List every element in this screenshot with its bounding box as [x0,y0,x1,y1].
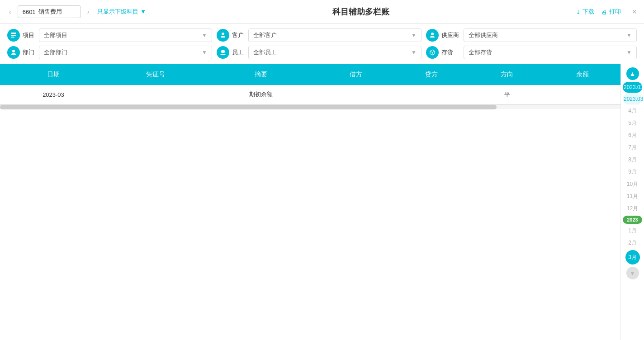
employee-select-value: 全部员工 [253,48,277,57]
main-container: ‹ 6601 销售费用 › 只显示下级科目 ▼ 科目辅助多栏账 ⤓ 下载 🖨 打… [0,0,644,340]
table-header-row: 日期 凭证号 摘要 借方 贷方 方向 余额 [0,64,620,85]
top-bar: ‹ 6601 销售费用 › 只显示下级科目 ▼ 科目辅助多栏账 ⤓ 下载 🖨 打… [0,0,644,24]
page-title: 科目辅助多栏账 [151,6,571,17]
timeline-item-2023-03-second[interactable]: 2023.03 [623,94,642,104]
download-label: 下载 [582,8,594,16]
timeline-item-dec[interactable]: 12月 [621,203,644,215]
timeline-item-jun[interactable]: 6月 [621,129,644,142]
col-credit: 贷方 [393,64,469,85]
project-label-text: 项目 [23,31,34,39]
timeline-item-feb[interactable]: 2月 [621,237,644,249]
svg-point-3 [431,33,434,35]
customer-icon [217,29,229,42]
customer-select-value: 全部客户 [253,31,277,39]
svg-rect-0 [11,33,16,34]
svg-rect-5 [221,50,225,53]
department-icon [7,46,20,59]
account-code-box: 6601 销售费用 [18,5,81,18]
svg-rect-1 [11,35,16,36]
col-direction: 方向 [469,64,545,85]
filter-department-label: 部门 [7,46,34,59]
supplier-icon [426,29,439,42]
table-content: 日期 凭证号 摘要 借方 贷方 方向 余额 2023-03期初余额平 [0,64,620,340]
department-label-text: 部门 [23,48,34,57]
supplier-select-value: 全部供应商 [469,31,498,39]
employee-icon [217,46,229,59]
download-icon: ⤓ [576,9,581,15]
timeline-up-btn[interactable]: ▲ [626,67,639,80]
filter-employee-label: 员工 [217,46,244,59]
timeline-down-btn[interactable]: ▼ [626,267,639,279]
scrollbar-thumb[interactable] [0,105,497,109]
next-account-btn[interactable]: › [85,7,91,16]
svg-point-4 [12,50,15,52]
filter-customer-label: 客户 [217,29,244,42]
col-voucher: 凭证号 [107,64,204,85]
print-button[interactable]: 🖨 打印 [601,8,621,16]
customer-label-text: 客户 [232,31,244,39]
department-arrow-icon: ▼ [202,49,207,56]
supplier-arrow-icon: ▼ [626,32,632,38]
print-label: 打印 [609,8,621,16]
timeline-item-aug[interactable]: 8月 [621,154,644,166]
inventory-arrow-icon: ▼ [626,49,632,56]
show-sub-arrow: ▼ [140,8,146,15]
department-select-value: 全部部门 [44,48,67,57]
filter-supplier-label: 供应商 [426,29,459,42]
timeline-year-2023[interactable]: 2023 [623,216,642,224]
account-code: 6601 [23,9,36,15]
col-debit: 借方 [318,64,393,85]
timeline-item-sep[interactable]: 9月 [621,166,644,178]
show-sub-button[interactable]: 只显示下级科目 ▼ [97,8,146,16]
download-button[interactable]: ⤓ 下载 [576,8,594,16]
filter-project-label: 项目 [7,29,34,42]
table-wrapper: 日期 凭证号 摘要 借方 贷方 方向 余额 2023-03期初余额平 [0,64,644,340]
inventory-label-text: 存货 [441,48,453,57]
timeline-item-jul[interactable]: 7月 [621,142,644,154]
employee-select[interactable]: 全部员工 ▼ [248,46,421,59]
prev-account-btn[interactable]: ‹ [7,7,13,16]
table-row: 2023-03期初余额平 [0,85,620,104]
header-actions: ⤓ 下载 🖨 打印 × [576,7,637,17]
project-select-value: 全部项目 [44,31,67,39]
supplier-label-text: 供应商 [441,31,459,39]
col-date: 日期 [0,64,107,85]
inventory-select-value: 全部存货 [469,48,492,57]
inventory-icon [426,46,439,59]
department-select[interactable]: 全部部门 ▼ [39,46,212,59]
timeline-item-oct[interactable]: 10月 [621,178,644,190]
supplier-select[interactable]: 全部供应商 ▼ [464,28,637,42]
print-icon: 🖨 [601,9,607,15]
svg-rect-2 [11,37,14,38]
timeline-item-apr[interactable]: 4月 [621,105,644,117]
timeline-item-may[interactable]: 5月 [621,117,644,129]
timeline-item-mar-active[interactable]: 3月 [625,250,640,264]
horizontal-scrollbar[interactable] [0,104,620,109]
timeline-item-nov[interactable]: 11月 [621,190,644,203]
timeline-item-2023-03-first[interactable]: 2023.03 [623,82,642,93]
inventory-select[interactable]: 全部存货 ▼ [464,46,637,59]
timeline-sidebar: ▲ 2023.03 2023.03 4月 5月 6月 7月 8月 9月 10月 … [620,64,644,340]
show-sub-label: 只显示下级科目 [97,8,138,16]
employee-arrow-icon: ▼ [411,49,417,56]
filter-bar: 项目 全部项目 ▼ 客户 全部客户 ▼ 供应商 全部供应商 ▼ [0,24,644,64]
ledger-table: 日期 凭证号 摘要 借方 贷方 方向 余额 2023-03期初余额平 [0,64,620,104]
col-summary: 摘要 [204,64,318,85]
col-balance: 余额 [545,64,620,85]
filter-inventory-label: 存货 [426,46,459,59]
timeline-item-jan[interactable]: 1月 [621,225,644,237]
account-name: 销售费用 [38,8,62,16]
customer-arrow-icon: ▼ [411,32,417,38]
customer-select[interactable]: 全部客户 ▼ [248,28,421,42]
close-button[interactable]: × [632,7,637,17]
project-icon [7,29,20,42]
project-arrow-icon: ▼ [202,32,207,38]
project-select[interactable]: 全部项目 ▼ [39,28,212,42]
employee-label-text: 员工 [232,48,244,57]
